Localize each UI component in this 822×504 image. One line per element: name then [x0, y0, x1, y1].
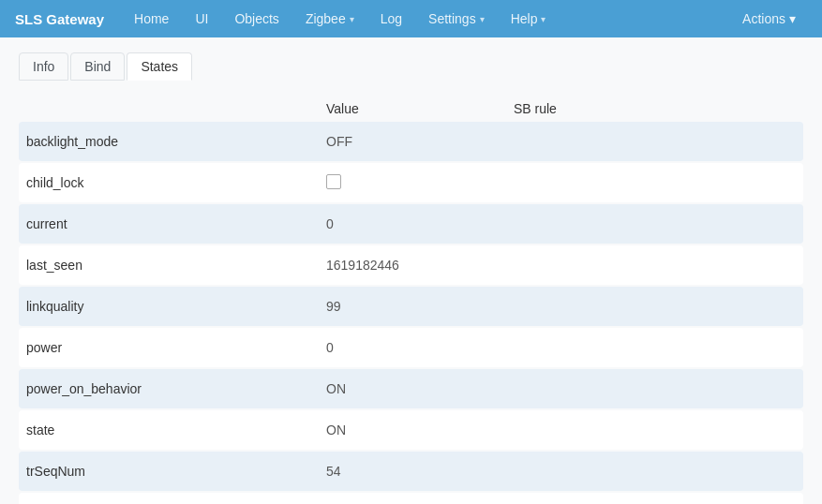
row-value-current: 0 — [319, 207, 506, 241]
nav-items: Home UI Objects Zigbee▾ Log Settings▾ He… — [123, 4, 731, 34]
row-name-state: state — [19, 413, 319, 447]
row-value-voltage: 223 — [319, 496, 506, 504]
child-lock-checkbox[interactable] — [326, 174, 341, 189]
content-area: Info Bind States Value SB rule backlight… — [0, 37, 822, 504]
nav-log[interactable]: Log — [369, 4, 413, 34]
row-sb-state — [506, 421, 803, 439]
row-sb-current — [506, 215, 803, 233]
row-value-trseqnum: 54 — [319, 454, 506, 488]
table-row: child_lock — [19, 163, 803, 202]
tab-bind[interactable]: Bind — [70, 52, 125, 81]
row-sb-child-lock — [506, 173, 803, 192]
table-row: power_on_behavior ON — [19, 369, 803, 408]
nav-objects[interactable]: Objects — [223, 4, 290, 34]
row-name-last-seen: last_seen — [19, 248, 319, 282]
row-sb-backlight-mode — [506, 132, 803, 151]
tabs: Info Bind States — [19, 52, 803, 81]
header-name — [26, 101, 326, 116]
table-row: last_seen 1619182446 — [19, 245, 803, 285]
row-value-linkquality: 99 — [319, 289, 506, 323]
row-value-child-lock — [319, 165, 506, 201]
row-name-power-on-behavior: power_on_behavior — [19, 372, 319, 406]
row-name-linkquality: linkquality — [19, 289, 319, 323]
row-name-trseqnum: trSeqNum — [19, 454, 319, 488]
nav-actions: Actions▾ — [731, 4, 807, 34]
navbar: SLS Gateway Home UI Objects Zigbee▾ Log … — [0, 0, 822, 37]
settings-caret: ▾ — [480, 14, 485, 24]
zigbee-caret: ▾ — [350, 14, 354, 24]
row-value-state: ON — [319, 413, 506, 447]
row-value-power: 0 — [319, 331, 506, 364]
nav-settings[interactable]: Settings▾ — [417, 4, 496, 34]
row-name-child-lock: child_lock — [19, 166, 319, 200]
table-row: voltage 223 — [19, 493, 803, 504]
row-value-power-on-behavior: ON — [319, 372, 506, 406]
row-name-power: power — [19, 331, 319, 364]
actions-button[interactable]: Actions▾ — [731, 4, 807, 34]
table-row: power 0 — [19, 328, 803, 367]
nav-home[interactable]: Home — [123, 4, 180, 34]
row-sb-linkquality — [506, 297, 803, 316]
nav-zigbee[interactable]: Zigbee▾ — [294, 4, 366, 34]
table-row: linkquality 99 — [19, 287, 803, 326]
table-row: state ON — [19, 410, 803, 450]
actions-caret: ▾ — [789, 11, 796, 26]
row-sb-last-seen — [506, 256, 803, 274]
row-name-backlight-mode: backlight_mode — [19, 125, 319, 158]
row-sb-power-on-behavior — [506, 379, 803, 398]
header-sb-rule: SB rule — [514, 101, 701, 116]
table-row: current 0 — [19, 204, 803, 244]
nav-ui[interactable]: UI — [184, 4, 219, 34]
help-caret: ▾ — [541, 14, 546, 24]
row-name-voltage: voltage — [19, 496, 319, 504]
tab-info[interactable]: Info — [19, 52, 68, 81]
nav-help[interactable]: Help▾ — [500, 4, 558, 34]
row-value-last-seen: 1619182446 — [319, 248, 506, 282]
tab-states[interactable]: States — [127, 52, 192, 81]
row-name-current: current — [19, 207, 319, 241]
table-row: backlight_mode OFF — [19, 122, 803, 161]
header-value: Value — [326, 101, 514, 116]
brand[interactable]: SLS Gateway — [15, 11, 104, 27]
states-table: Value SB rule backlight_mode OFF child_l… — [19, 96, 803, 504]
table-header: Value SB rule — [19, 96, 803, 122]
table-row: trSeqNum 54 — [19, 452, 803, 491]
row-value-backlight-mode: OFF — [319, 125, 506, 158]
row-sb-trseqnum — [506, 462, 803, 481]
row-sb-power — [506, 338, 803, 357]
